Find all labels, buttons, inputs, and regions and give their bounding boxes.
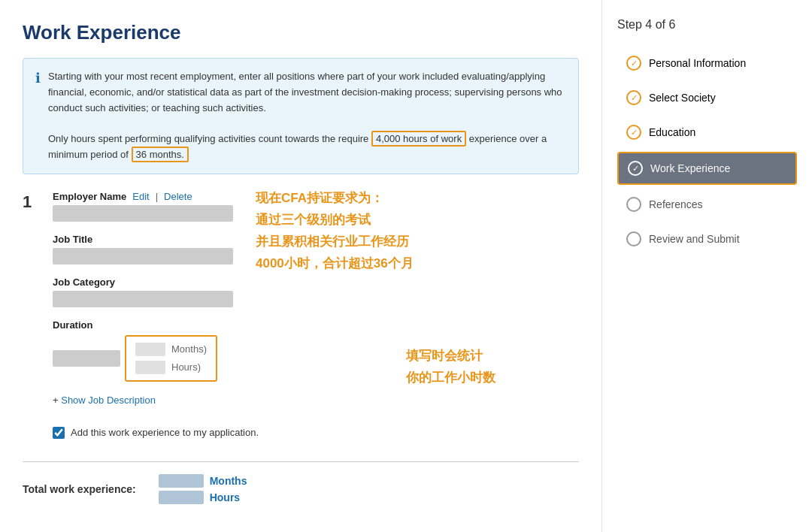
total-months-label: Months bbox=[210, 475, 247, 487]
total-months-row: Months bbox=[159, 474, 247, 488]
employer-name-input bbox=[53, 205, 233, 222]
step-check-society: ✓ bbox=[626, 90, 641, 105]
hours-val bbox=[135, 361, 165, 374]
total-months-val bbox=[159, 474, 204, 488]
step-label-personal: Personal Information bbox=[649, 57, 746, 69]
add-experience-row: Add this work experience to my applicati… bbox=[53, 427, 579, 439]
duration-label: Duration bbox=[53, 319, 579, 331]
employer-name-row: Employer Name Edit | Delete bbox=[53, 191, 579, 222]
duration-boxes: Months) Hours) bbox=[53, 335, 579, 382]
employer-form: Employer Name Edit | Delete Job Title Jo… bbox=[53, 191, 579, 454]
highlight-months: 36 months. bbox=[132, 147, 189, 162]
employer-name-label: Employer Name bbox=[53, 191, 126, 202]
show-job-prefix: + bbox=[53, 394, 61, 406]
employer-section: 1 Employer Name Edit | Delete Job Title … bbox=[23, 191, 579, 454]
sidebar-step-references[interactable]: References bbox=[617, 189, 797, 219]
step-check-references bbox=[626, 197, 641, 212]
main-content: Work Experience ℹ Starting with your mos… bbox=[0, 0, 601, 532]
add-experience-label: Add this work experience to my applicati… bbox=[71, 427, 259, 438]
edit-link[interactable]: Edit bbox=[132, 191, 149, 202]
job-category-input bbox=[53, 291, 233, 307]
info-box: ℹ Starting with your most recent employm… bbox=[23, 58, 579, 174]
info-text-2: Only hours spent performing qualifying a… bbox=[48, 133, 368, 144]
sidebar-step-education[interactable]: ✓ Education bbox=[617, 117, 797, 147]
page-title: Work Experience bbox=[23, 21, 579, 44]
step-check-work: ✓ bbox=[628, 161, 643, 176]
info-text: Starting with your most recent employmen… bbox=[48, 69, 566, 163]
sidebar-steps: ✓ Personal Information ✓ Select Society … bbox=[617, 48, 797, 254]
show-job-row: + Show Job Description bbox=[53, 394, 579, 416]
total-row: Total work experience: Months Hours bbox=[23, 474, 579, 504]
total-values: Months Hours bbox=[159, 474, 247, 504]
hours-row: Hours) bbox=[135, 361, 207, 374]
show-job-link[interactable]: Show Job Description bbox=[61, 394, 156, 406]
highlight-hours: 4,000 hours of work bbox=[371, 131, 466, 147]
step-label-review: Review and Submit bbox=[649, 233, 740, 245]
sidebar-step-review[interactable]: Review and Submit bbox=[617, 224, 797, 254]
info-text-1: Starting with your most recent employmen… bbox=[48, 71, 562, 113]
hours-label: Hours) bbox=[171, 361, 201, 373]
step-label-references: References bbox=[649, 198, 703, 210]
job-category-label: Job Category bbox=[53, 277, 579, 288]
divider bbox=[23, 461, 579, 462]
total-hours-row: Hours bbox=[159, 491, 247, 504]
total-hours-label: Hours bbox=[210, 491, 240, 503]
duration-input bbox=[53, 350, 120, 367]
step-label-society: Select Society bbox=[649, 92, 716, 104]
duration-labeled-box: Months) Hours) bbox=[125, 335, 217, 382]
step-check-education: ✓ bbox=[626, 125, 641, 140]
job-title-label: Job Title bbox=[53, 234, 579, 245]
sidebar-step-personal[interactable]: ✓ Personal Information bbox=[617, 48, 797, 78]
months-row: Months) bbox=[135, 343, 207, 356]
job-title-row: Job Title bbox=[53, 234, 579, 264]
step-label-education: Education bbox=[649, 126, 695, 138]
total-hours-val bbox=[159, 491, 204, 504]
step-label-work: Work Experience bbox=[650, 162, 730, 174]
job-title-input bbox=[53, 248, 233, 264]
employer-number: 1 bbox=[23, 191, 53, 454]
step-check-personal: ✓ bbox=[626, 56, 641, 71]
months-label: Months) bbox=[171, 343, 207, 355]
sidebar-step-society[interactable]: ✓ Select Society bbox=[617, 83, 797, 113]
sidebar: Step 4 of 6 ✓ Personal Information ✓ Sel… bbox=[601, 0, 812, 532]
step-indicator: Step 4 of 6 bbox=[617, 18, 797, 32]
total-label: Total work experience: bbox=[23, 483, 136, 495]
months-val bbox=[135, 343, 165, 356]
job-category-row: Job Category bbox=[53, 277, 579, 307]
step-check-review bbox=[626, 231, 641, 246]
delete-link[interactable]: Delete bbox=[164, 191, 192, 202]
info-icon: ℹ bbox=[35, 70, 41, 163]
add-experience-checkbox[interactable] bbox=[53, 427, 65, 439]
duration-row: Duration Months) Hours) bbox=[53, 319, 579, 382]
sidebar-step-work[interactable]: ✓ Work Experience bbox=[617, 152, 797, 185]
